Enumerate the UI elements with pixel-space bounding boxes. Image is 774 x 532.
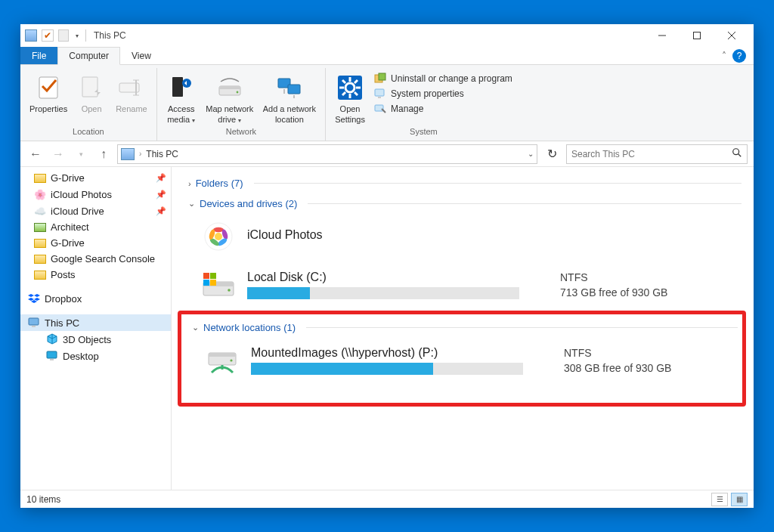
folder-icon: [34, 174, 46, 183]
address-bar: ← → ▾ ↑ › This PC ⌄ ↻: [20, 141, 754, 167]
rename-label: Rename: [116, 104, 147, 113]
item-title: iCloud Photos: [247, 228, 550, 242]
group-label-system: System: [330, 125, 517, 139]
sidebar-item-icloud-photos[interactable]: 🌸iCloud Photos📌: [20, 186, 171, 203]
content-pane[interactable]: › Folders (7) ⌄ Devices and drives (2) i…: [172, 167, 754, 490]
folder-icon: [34, 255, 46, 264]
open-settings-label2: Settings: [335, 115, 365, 124]
pin-icon: 📌: [156, 190, 166, 200]
svg-point-49: [228, 289, 231, 292]
svg-rect-31: [375, 89, 384, 96]
sidebar-item-desktop[interactable]: Desktop: [20, 348, 171, 364]
svg-rect-10: [172, 77, 183, 97]
add-loc-label2: location: [275, 115, 304, 124]
tab-computer[interactable]: Computer: [57, 47, 120, 65]
sidebar-item-g-drive[interactable]: G-Drive📌: [20, 170, 171, 186]
computer-icon: [28, 317, 40, 329]
address-crumb[interactable]: This PC: [146, 149, 178, 159]
window-title: This PC: [94, 30, 126, 41]
svg-point-34: [733, 148, 739, 154]
sidebar-item-dropbox[interactable]: Dropbox: [20, 290, 171, 307]
item-title: Local Disk (C:): [247, 271, 550, 284]
3d-objects-icon: [46, 333, 58, 345]
view-details-button[interactable]: ☰: [711, 493, 728, 506]
uninstall-program-button[interactable]: Uninstall or change a program: [374, 73, 512, 85]
item-icloud-photos[interactable]: iCloud Photos: [188, 214, 741, 262]
folder-icon: [34, 271, 46, 280]
properties-button[interactable]: Properties: [25, 71, 72, 115]
search-icon[interactable]: [732, 147, 742, 161]
system-sublist: Uninstall or change a program System pro…: [370, 71, 517, 116]
rename-button[interactable]: Rename: [111, 71, 152, 115]
section-devices[interactable]: ⌄ Devices and drives (2): [188, 193, 741, 214]
system-properties-button[interactable]: System properties: [374, 88, 512, 100]
folder-icon: [34, 223, 46, 232]
disk-usage-bar: [247, 287, 519, 299]
address-box[interactable]: › This PC ⌄: [117, 144, 537, 164]
svg-rect-16: [288, 85, 300, 94]
access-media-icon: [166, 73, 197, 103]
map-drive-button[interactable]: Map network drive ▾: [201, 71, 259, 125]
sidebar-item-this-pc[interactable]: This PC: [20, 314, 171, 331]
ribbon-tabs: File Computer View ˄ ?: [20, 47, 754, 65]
sidebar-item-3d-objects[interactable]: 3D Objects: [20, 331, 171, 348]
close-button[interactable]: [714, 24, 749, 47]
svg-rect-36: [29, 318, 39, 325]
collapse-ribbon-icon[interactable]: ˄: [722, 51, 726, 61]
view-tiles-button[interactable]: ▦: [731, 493, 748, 506]
navigation-pane[interactable]: G-Drive📌 🌸iCloud Photos📌 ☁️iCloud Drive📌…: [20, 167, 172, 490]
disk-icon: [200, 267, 237, 303]
access-media-label1: Access: [168, 104, 194, 113]
item-local-disk-c[interactable]: Local Disk (C:) NTFS 713 GB free of 930 …: [188, 262, 741, 311]
sidebar-item-architect[interactable]: Architect: [20, 219, 171, 235]
address-dropdown-icon[interactable]: ⌄: [528, 150, 534, 158]
sidebar-item-posts[interactable]: Posts: [20, 267, 171, 283]
sidebar-item-google-search[interactable]: Google Search Console: [20, 251, 171, 267]
title-bar: ✔ ▾ This PC: [20, 24, 754, 47]
svg-rect-30: [379, 73, 385, 80]
nav-back-button[interactable]: ←: [26, 145, 45, 163]
tab-view[interactable]: View: [120, 47, 163, 64]
qat-dropdown-icon[interactable]: ▾: [73, 32, 81, 39]
item-title: MountedImages (\\hypervhost) (P:): [251, 346, 553, 360]
desktop-icon: [46, 350, 58, 362]
svg-rect-38: [47, 351, 57, 358]
sidebar-item-icloud-drive[interactable]: ☁️iCloud Drive📌: [20, 203, 171, 219]
sidebar-item-g-drive-2[interactable]: G-Drive: [20, 235, 171, 251]
open-button[interactable]: Open: [72, 71, 111, 115]
nav-up-button[interactable]: ↑: [94, 145, 113, 163]
open-settings-button[interactable]: Open Settings: [330, 71, 370, 125]
rename-icon: [116, 73, 147, 103]
nav-forward-button[interactable]: →: [49, 145, 67, 163]
disk-meta: NTFS 308 GB free of 930 GB: [564, 347, 671, 374]
section-network-locations[interactable]: ⌄ Network locations (1): [192, 317, 738, 338]
add-network-location-button[interactable]: Add a network location: [259, 71, 320, 125]
svg-rect-55: [209, 353, 236, 357]
svg-rect-1: [694, 32, 701, 39]
search-input[interactable]: [571, 149, 732, 159]
computer-icon: [25, 29, 37, 42]
maximize-button[interactable]: [680, 24, 714, 47]
item-mounted-images[interactable]: MountedImages (\\hypervhost) (P:) NTFS 3…: [192, 338, 738, 386]
chevron-right-icon[interactable]: ›: [139, 150, 141, 158]
explorer-window: ✔ ▾ This PC File Computer View ˄ ? Prope…: [20, 24, 754, 508]
manage-button[interactable]: Manage: [374, 103, 512, 115]
minimize-button[interactable]: [645, 24, 680, 47]
access-media-button[interactable]: Access media ▾: [162, 71, 201, 125]
section-folders[interactable]: › Folders (7): [188, 173, 741, 193]
folder-icon: [34, 239, 46, 248]
search-box[interactable]: [566, 144, 748, 164]
highlight-network-locations: ⌄ Network locations (1) MountedImages (\…: [178, 311, 746, 407]
refresh-button[interactable]: ↻: [542, 144, 562, 164]
properties-icon: [33, 73, 63, 103]
help-icon[interactable]: ?: [732, 49, 746, 63]
map-drive-icon: [215, 73, 245, 103]
tab-file[interactable]: File: [20, 47, 57, 64]
uninstall-icon: [374, 73, 386, 85]
new-folder-qat-icon[interactable]: [58, 29, 69, 42]
properties-qat-icon[interactable]: ✔: [42, 29, 54, 42]
svg-point-41: [215, 233, 222, 240]
nav-recent-button[interactable]: ▾: [72, 145, 90, 163]
icloud-photos-icon: [200, 218, 237, 255]
chevron-right-icon: ›: [188, 179, 191, 188]
